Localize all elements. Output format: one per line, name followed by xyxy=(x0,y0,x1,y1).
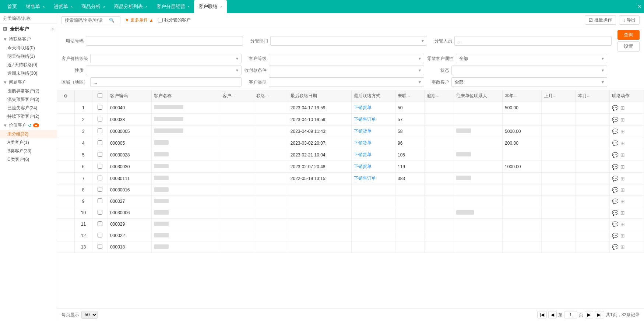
row-checkbox[interactable] xyxy=(98,221,102,226)
phone-input[interactable] xyxy=(86,36,243,46)
row-checkbox[interactable] xyxy=(98,244,102,249)
first-page-btn[interactable]: |◀ xyxy=(537,311,547,318)
th-contact[interactable]: 联络... xyxy=(254,90,288,102)
last-way-link[interactable]: 下销货单 xyxy=(354,128,372,134)
sidebar-item-overdue[interactable]: 逾期未联络(30) xyxy=(0,69,57,78)
sidebar-item-declining[interactable]: 持续下滑客户(2) xyxy=(0,112,57,121)
qr-icon[interactable]: ⊞ xyxy=(620,221,625,227)
nav-home[interactable]: 首页 xyxy=(3,0,21,13)
export-button[interactable]: ↓ 导出 xyxy=(619,15,640,25)
all-customers-header[interactable]: ⊞ 全部客户 « xyxy=(0,24,57,35)
last-way-link[interactable]: 下销售订单 xyxy=(354,117,376,122)
page-number-input[interactable] xyxy=(564,311,577,318)
nav-product-analysis[interactable]: 商品分析 × xyxy=(77,0,110,13)
td-check[interactable] xyxy=(92,207,108,219)
nav-product-list[interactable]: 商品分析列表 × xyxy=(110,0,152,13)
qr-icon[interactable]: ⊞ xyxy=(620,244,625,250)
chat-icon[interactable]: 💬 xyxy=(612,187,618,193)
refresh-icon[interactable]: ↺ xyxy=(28,123,32,128)
td-check[interactable] xyxy=(92,219,108,230)
chat-icon[interactable]: 💬 xyxy=(612,221,618,227)
close-sales-tab[interactable]: × xyxy=(42,5,45,9)
th-overdue[interactable]: 逾期... xyxy=(425,90,454,102)
th-this-year[interactable]: 本年... xyxy=(503,90,542,102)
sidebar-item-b-class[interactable]: B类客户(33) xyxy=(0,147,57,155)
row-checkbox[interactable] xyxy=(98,233,102,237)
payment-select[interactable]: ▾ xyxy=(269,66,425,75)
row-checkbox[interactable] xyxy=(98,176,102,180)
price-level-select[interactable]: ▾ xyxy=(90,54,242,63)
zero-customer-select[interactable]: 全部▾ xyxy=(451,77,607,87)
close-contact-tab[interactable]: × xyxy=(219,5,222,9)
row-checkbox[interactable] xyxy=(98,128,102,133)
nav-customer-contact[interactable]: 客户联络 × xyxy=(194,0,227,13)
row-checkbox[interactable] xyxy=(98,198,102,203)
th-this-month[interactable]: 本月... xyxy=(576,90,610,102)
close-purchase-tab[interactable]: × xyxy=(70,5,73,9)
value-customer-section[interactable]: ▼ 价值客户 ↺ ● xyxy=(0,121,57,130)
qr-icon[interactable]: ⊞ xyxy=(620,187,625,193)
qr-icon[interactable]: ⊞ xyxy=(620,198,625,204)
close-segment-tab[interactable]: × xyxy=(187,5,190,9)
nav-purchase[interactable]: 进货单 × xyxy=(49,0,77,13)
sidebar-item-a-class[interactable]: A类客户(1) xyxy=(0,138,57,147)
pending-contact-section[interactable]: ▼ 待联络客户 xyxy=(0,35,57,44)
nav-sales[interactable]: 销售单 × xyxy=(21,0,49,13)
chat-icon[interactable]: 💬 xyxy=(612,233,618,239)
nature-select[interactable]: ▾ xyxy=(86,66,242,75)
sidebar-item-churned[interactable]: 已流失客户(24) xyxy=(0,104,57,112)
td-check[interactable] xyxy=(92,173,108,184)
close-all-button[interactable]: × xyxy=(638,3,641,10)
th-check[interactable] xyxy=(92,90,108,102)
td-check[interactable] xyxy=(92,102,108,114)
chat-icon[interactable]: 💬 xyxy=(612,140,618,146)
sidebar-item-7days[interactable]: 近7天待联络(0) xyxy=(0,61,57,69)
chat-icon[interactable]: 💬 xyxy=(612,105,618,111)
chat-icon[interactable]: 💬 xyxy=(612,198,618,204)
sidebar-item-tomorrow[interactable]: 明天待联络(1) xyxy=(0,52,57,61)
customer-level-select[interactable]: ▾ xyxy=(269,54,425,63)
prev-page-btn[interactable]: ◀ xyxy=(548,311,557,318)
chat-icon[interactable]: 💬 xyxy=(612,128,618,134)
zero-attr-select[interactable]: 全部▾ xyxy=(456,54,607,63)
problem-customer-section[interactable]: ▼ 问题客户 xyxy=(0,78,57,87)
chat-icon[interactable]: 💬 xyxy=(612,244,618,250)
qr-icon[interactable]: ⊞ xyxy=(620,128,625,134)
my-customers-check[interactable] xyxy=(158,18,163,22)
th-last-month[interactable]: 上月... xyxy=(541,90,576,102)
sidebar-item-ungrouped[interactable]: 未分组(32) xyxy=(0,130,57,138)
row-checkbox[interactable] xyxy=(98,164,102,169)
more-conditions-btn[interactable]: ▼ 更多条件 ▲ xyxy=(125,17,154,23)
td-check[interactable] xyxy=(92,149,108,161)
td-check[interactable] xyxy=(92,241,108,253)
chat-icon[interactable]: 💬 xyxy=(612,117,618,123)
th-code[interactable]: 客户编码 xyxy=(108,90,152,102)
th-type[interactable]: 客户... xyxy=(220,90,254,102)
customer-type-select[interactable]: ▾ xyxy=(269,77,425,87)
qr-icon[interactable]: ⊞ xyxy=(620,140,625,146)
sidebar-item-today[interactable]: 今天待联络(0) xyxy=(0,44,57,52)
td-check[interactable] xyxy=(92,114,108,126)
sidebar-item-abnormal[interactable]: 囤购异常客户(2) xyxy=(0,87,57,95)
qr-icon[interactable]: ⊞ xyxy=(620,152,625,158)
row-checkbox[interactable] xyxy=(98,117,102,121)
th-no-contact[interactable]: 未联... xyxy=(395,90,424,102)
td-check[interactable] xyxy=(92,230,108,241)
my-customers-checkbox[interactable]: 我分管的客户 xyxy=(158,17,191,23)
th-name[interactable]: 客户名称 xyxy=(152,90,220,102)
td-check[interactable] xyxy=(92,137,108,149)
last-way-link[interactable]: 下销货单 xyxy=(354,140,372,145)
row-checkbox[interactable] xyxy=(98,187,102,192)
last-way-link[interactable]: 下销货单 xyxy=(354,164,372,169)
td-check[interactable] xyxy=(92,126,108,137)
chat-icon[interactable]: 💬 xyxy=(612,164,618,170)
qr-icon[interactable]: ⊞ xyxy=(620,176,625,181)
dept-select[interactable]: ▾ xyxy=(270,36,427,46)
sidebar-item-churn-warning[interactable]: 流失预警客户(3) xyxy=(0,95,57,104)
close-product-list-tab[interactable]: × xyxy=(144,5,148,9)
region-select[interactable]: ... xyxy=(90,77,242,87)
th-last-way[interactable]: 最后联络方式 xyxy=(351,90,395,102)
reset-button[interactable]: 设置 xyxy=(617,41,640,52)
query-button[interactable]: 查询 xyxy=(617,30,640,40)
batch-op-button[interactable]: ☑ 批量操作 xyxy=(585,15,616,25)
